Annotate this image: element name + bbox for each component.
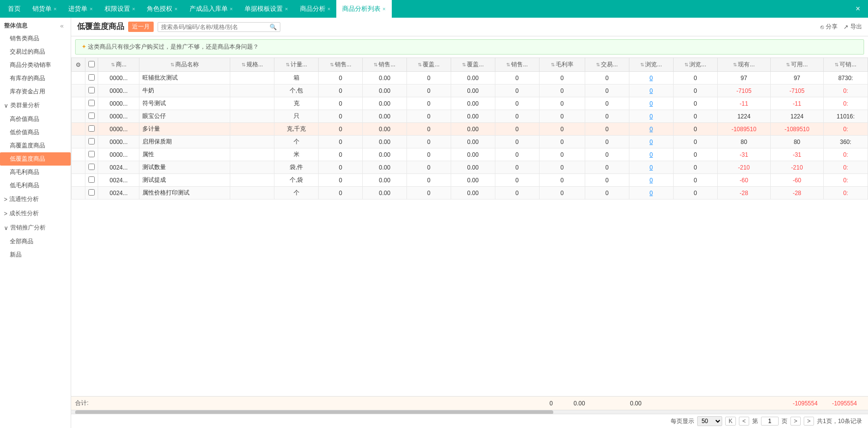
cell-checkbox[interactable] xyxy=(85,123,98,136)
cell-browse1[interactable]: 0 xyxy=(629,123,673,136)
th-sales-count[interactable]: ⇅销售... xyxy=(495,58,539,72)
nav-goods-analysis-list[interactable]: 商品分析列表 × xyxy=(336,0,391,18)
cell-checkbox[interactable] xyxy=(85,97,98,110)
th-trade[interactable]: ⇅交易... xyxy=(585,58,629,72)
prev-page-button[interactable]: < xyxy=(739,417,749,426)
nav-role[interactable]: 角色授权 × xyxy=(141,0,183,18)
nav-product-in[interactable]: 产成品入库单 × xyxy=(184,0,239,18)
cell-checkbox[interactable] xyxy=(85,136,98,148)
th-browse2[interactable]: ⇅浏览... xyxy=(673,58,717,72)
nav-template-close[interactable]: × xyxy=(285,6,288,12)
row-checkbox[interactable] xyxy=(88,87,95,93)
horizontal-scrollbar[interactable] xyxy=(71,410,868,414)
sidebar-item-high-profit[interactable]: 高毛利商品 xyxy=(0,166,71,179)
th-code[interactable]: ⇅商... xyxy=(98,58,139,72)
first-page-button[interactable]: K xyxy=(725,417,736,426)
row-checkbox[interactable] xyxy=(88,189,95,196)
share-button[interactable]: ⎋ 分享 xyxy=(820,23,838,31)
window-close-button[interactable]: × xyxy=(850,0,866,18)
page-title: 低覆盖度商品 xyxy=(77,22,124,32)
th-saleable[interactable]: ⇅可销... xyxy=(823,58,868,72)
cell-checkbox[interactable] xyxy=(85,187,98,200)
cell-checkbox[interactable] xyxy=(85,85,98,97)
row-checkbox[interactable] xyxy=(88,151,95,157)
sidebar-item-in-stock[interactable]: 有库存的商品 xyxy=(0,72,71,85)
cell-browse1[interactable]: 0 xyxy=(629,110,673,123)
sidebar-item-traded-goods[interactable]: 交易过的商品 xyxy=(0,45,71,58)
th-unit[interactable]: ⇅计量... xyxy=(274,58,319,72)
sidebar-growth-header[interactable]: > 成长性分析 xyxy=(0,206,71,221)
th-coverage2[interactable]: ⇅覆盖... xyxy=(451,58,495,72)
sidebar-market-header[interactable]: ∨ 营销推广分析 xyxy=(0,221,71,235)
sidebar-item-low-value[interactable]: 低价值商品 xyxy=(0,126,71,139)
cell-browse1[interactable]: 0 xyxy=(629,161,673,174)
cell-browse1[interactable]: 0 xyxy=(629,72,673,85)
nav-goods-analysis[interactable]: 商品分析 × xyxy=(294,0,336,18)
search-icon[interactable]: 🔍 xyxy=(270,24,277,30)
cell-checkbox[interactable] xyxy=(85,161,98,174)
th-sales-amt[interactable]: ⇅销售... xyxy=(362,58,407,72)
next-page-button[interactable]: > xyxy=(790,417,801,426)
sidebar-item-low-coverage[interactable]: 低覆盖度商品 xyxy=(0,152,71,166)
th-available[interactable]: ⇅可用... xyxy=(770,58,823,72)
row-checkbox[interactable] xyxy=(88,100,95,106)
th-gross-rate[interactable]: ⇅毛利率 xyxy=(539,58,585,72)
row-checkbox[interactable] xyxy=(88,138,95,144)
sidebar-item-capital[interactable]: 库存资金占用 xyxy=(0,85,71,98)
nav-permission[interactable]: 权限设置 × xyxy=(99,0,141,18)
nav-sales[interactable]: 销货单 × xyxy=(27,0,62,18)
sidebar-flow-header[interactable]: > 流通性分析 xyxy=(0,192,71,206)
th-browse1[interactable]: ⇅浏览... xyxy=(629,58,673,72)
row-checkbox[interactable] xyxy=(88,176,95,183)
export-button[interactable]: ↗ 导出 xyxy=(843,23,862,31)
gear-icon[interactable]: ⚙ xyxy=(76,61,81,68)
nav-goods-analysis-list-close[interactable]: × xyxy=(382,6,385,12)
row-checkbox[interactable] xyxy=(88,113,95,119)
th-settings[interactable]: ⚙ xyxy=(72,58,85,72)
nav-purchase[interactable]: 进货单 × xyxy=(62,0,98,18)
nav-product-in-close[interactable]: × xyxy=(230,6,233,12)
cell-browse1[interactable]: 0 xyxy=(629,174,673,187)
sidebar-quality-header[interactable]: ∨ 类群量分析 xyxy=(0,98,71,113)
sidebar-collapse-button[interactable]: « xyxy=(57,21,67,31)
sidebar-item-new-goods[interactable]: 新品 xyxy=(0,248,71,261)
cell-checkbox[interactable] xyxy=(85,72,98,85)
table-wrapper[interactable]: ⚙ ⇅商... ⇅商品名称 ⇅规格... xyxy=(71,57,868,396)
th-checkbox[interactable] xyxy=(85,58,98,72)
select-all-checkbox[interactable] xyxy=(88,61,95,67)
sidebar-item-high-coverage[interactable]: 高覆盖度商品 xyxy=(0,139,71,152)
th-coverage1[interactable]: ⇅覆盖... xyxy=(407,58,451,72)
row-checkbox[interactable] xyxy=(88,125,95,132)
nav-sales-close[interactable]: × xyxy=(54,6,56,12)
cell-browse1[interactable]: 0 xyxy=(629,148,673,161)
th-spec[interactable]: ⇅规格... xyxy=(230,58,274,72)
nav-template[interactable]: 单据模板设置 × xyxy=(239,0,294,18)
th-sales-qty[interactable]: ⇅销售... xyxy=(319,58,363,72)
sidebar-item-high-value[interactable]: 高价值商品 xyxy=(0,113,71,126)
cell-checkbox[interactable] xyxy=(85,148,98,161)
nav-role-close[interactable]: × xyxy=(174,6,177,12)
nav-purchase-close[interactable]: × xyxy=(89,6,92,12)
sidebar-item-goods-move[interactable]: 商品分类动销率 xyxy=(0,58,71,72)
cell-checkbox[interactable] xyxy=(85,174,98,187)
row-checkbox[interactable] xyxy=(88,164,95,170)
cell-browse1[interactable]: 0 xyxy=(629,97,673,110)
cell-browse1[interactable]: 0 xyxy=(629,85,673,97)
nav-goods-analysis-close[interactable]: × xyxy=(327,6,330,12)
sidebar-item-sales-goods[interactable]: 销售类商品 xyxy=(0,32,71,45)
page-input[interactable] xyxy=(761,417,779,426)
th-name[interactable]: ⇅商品名称 xyxy=(139,58,230,72)
per-page-select[interactable]: 50 100 200 xyxy=(697,416,722,426)
date-filter-button[interactable]: 近一月 xyxy=(128,22,154,32)
cell-browse1[interactable]: 0 xyxy=(629,187,673,200)
cell-browse1[interactable]: 0 xyxy=(629,136,673,148)
nav-permission-close[interactable]: × xyxy=(132,6,135,12)
search-input[interactable] xyxy=(161,24,268,30)
nav-home[interactable]: 首页 xyxy=(2,0,27,18)
row-checkbox[interactable] xyxy=(88,74,95,81)
th-current-stock[interactable]: ⇅现有... xyxy=(717,58,770,72)
sidebar-item-low-profit[interactable]: 低毛利商品 xyxy=(0,179,71,192)
sidebar-item-all-goods[interactable]: 全部商品 xyxy=(0,235,71,248)
cell-checkbox[interactable] xyxy=(85,110,98,123)
last-page-button[interactable]: > xyxy=(804,417,814,426)
